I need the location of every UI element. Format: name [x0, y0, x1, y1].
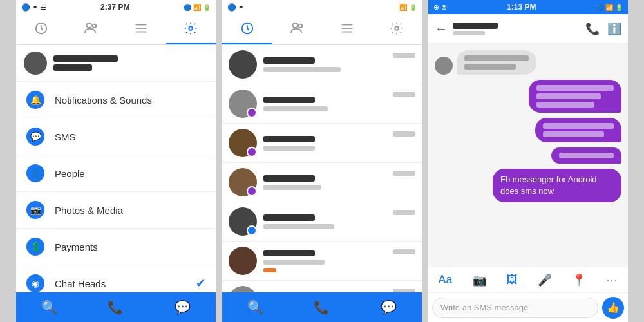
status-time-settings: 2:37 PM [100, 3, 129, 12]
svg-point-8 [293, 23, 298, 28]
chatlist-panel: 🔵 ✦ 📶 🔋 [222, 0, 422, 322]
bottom-call-icon[interactable]: 📞 [103, 294, 129, 320]
chat-avatar [229, 90, 257, 118]
write-message-input[interactable]: Write an SMS message [432, 298, 598, 318]
status-icons-left: 🔵 ✦ ☰ [21, 3, 46, 12]
status-icons-right-conv: 🔵 📶 🔋 [596, 4, 623, 11]
chat-header-info [453, 23, 585, 35]
msg-bubble-outgoing-3 [551, 147, 621, 164]
svg-point-2 [93, 24, 97, 28]
svg-point-13 [395, 26, 399, 30]
notifications-icon: 🔔 [26, 91, 44, 109]
toolbar-row: Aa 📷 🖼 🎤 📍 ⋯ [428, 267, 628, 292]
chat-time-bar [393, 131, 415, 137]
people-label: People [55, 168, 205, 179]
bottom-search-icon[interactable]: 🔍 [37, 294, 62, 320]
settings-item-payments[interactable]: 💲 Payments [16, 229, 216, 265]
chat-time-bar [393, 249, 415, 254]
settings-item-photos[interactable]: 📷 Photos & Media [16, 192, 216, 229]
info-icon[interactable]: ℹ️ [607, 22, 621, 36]
chatheads-icon: ◉ [26, 274, 44, 292]
mic-icon[interactable]: 🎤 [538, 273, 552, 287]
more-icon[interactable]: ⋯ [606, 273, 618, 287]
settings-nav-tabs [16, 14, 216, 45]
settings-panel: 🔵 ✦ ☰ 2:37 PM 🔵 📶 🔋 🔔 Notifications & So… [16, 0, 216, 322]
chat-avatar [229, 207, 257, 236]
cl-tab-people[interactable] [272, 14, 323, 44]
people-icon: 👤 [26, 164, 44, 182]
name-bar [53, 55, 118, 62]
cl-tab-settings[interactable] [372, 14, 422, 44]
list-item[interactable] [222, 163, 422, 202]
camera-icon[interactable]: 📷 [473, 273, 487, 287]
chat-avatar [229, 286, 257, 292]
location-icon[interactable]: 📍 [572, 273, 586, 287]
chat-msg-bar [263, 146, 315, 151]
chat-list [222, 45, 422, 292]
list-item[interactable] [222, 281, 422, 292]
chat-time-bar [393, 92, 415, 97]
svg-point-1 [87, 23, 91, 28]
cl-bottom-search-icon[interactable]: 🔍 [243, 294, 269, 320]
message-row-incoming [435, 50, 621, 75]
status-bar-conversation: ⊕ ⊗ 1:13 PM 🔵 📶 🔋 [428, 0, 628, 14]
cl-bottom-call-icon[interactable]: 📞 [309, 294, 335, 320]
chat-name-bar [263, 57, 315, 64]
msg-bubble-outgoing-1 [529, 80, 621, 113]
msg-bubble-incoming [457, 50, 536, 75]
settings-item-people[interactable]: 👤 People [16, 155, 216, 192]
chat-info [263, 97, 415, 111]
cl-tab-list[interactable] [322, 14, 372, 44]
chat-avatar [229, 50, 257, 79]
message-row-outgoing-2 [435, 118, 621, 142]
status-icons-left-cl: 🔵 ✦ [227, 3, 244, 12]
cl-tab-recent[interactable] [222, 14, 272, 44]
tab-settings[interactable] [166, 14, 216, 44]
header-name-bar [453, 23, 498, 29]
bottom-chat-icon[interactable]: 💬 [169, 294, 195, 320]
chat-name-bar [263, 136, 315, 142]
settings-item-sms[interactable]: 💬 SMS [16, 118, 216, 155]
chat-badge-messenger [247, 186, 257, 196]
chat-avatar [229, 168, 257, 196]
chat-name-bar [263, 97, 315, 103]
list-item[interactable] [222, 45, 422, 84]
keyboard-icon[interactable]: Aa [438, 273, 452, 287]
msg-bubble-sms: Fb messenger for Android does sms now [493, 169, 621, 202]
chat-msg-bar [263, 106, 328, 111]
image-icon[interactable]: 🖼 [506, 273, 518, 287]
list-item[interactable] [222, 84, 422, 124]
write-placeholder: Write an SMS message [440, 303, 528, 312]
chat-info [263, 136, 415, 151]
chat-time-bar [393, 210, 415, 215]
chat-time-bar [393, 289, 415, 292]
chat-info [263, 57, 415, 72]
cl-bottom-chat-icon[interactable]: 💬 [375, 294, 401, 320]
msg-avatar-small [435, 57, 453, 75]
chat-name-bar [263, 250, 315, 256]
profile-row [16, 45, 216, 82]
photos-label: Photos & Media [55, 205, 205, 216]
chat-name-bar [263, 175, 315, 182]
conversation-panel: ⊕ ⊗ 1:13 PM 🔵 📶 🔋 ← 📞 ℹ️ [428, 0, 628, 322]
chat-badge-fb [247, 225, 257, 236]
chat-msg-bar [263, 224, 334, 229]
tab-recent[interactable] [16, 14, 66, 44]
list-item[interactable] [222, 124, 422, 163]
list-item[interactable] [222, 242, 422, 281]
call-icon[interactable]: 📞 [585, 22, 600, 36]
list-item[interactable] [222, 202, 422, 242]
send-button[interactable]: 👍 [602, 297, 624, 319]
settings-menu: 🔔 Notifications & Sounds 💬 SMS 👤 People … [16, 82, 216, 292]
unread-indicator [263, 268, 276, 272]
tab-people[interactable] [66, 14, 117, 44]
back-button[interactable]: ← [435, 21, 448, 36]
payments-icon: 💲 [26, 238, 44, 256]
settings-item-chatheads[interactable]: ◉ Chat Heads ✔ [16, 265, 216, 292]
profile-name-block [53, 55, 118, 71]
tab-list[interactable] [116, 14, 166, 44]
settings-item-notifications[interactable]: 🔔 Notifications & Sounds [16, 82, 216, 118]
svg-point-9 [299, 24, 303, 28]
chatheads-label: Chat Heads [55, 278, 196, 289]
chat-info [263, 175, 415, 190]
